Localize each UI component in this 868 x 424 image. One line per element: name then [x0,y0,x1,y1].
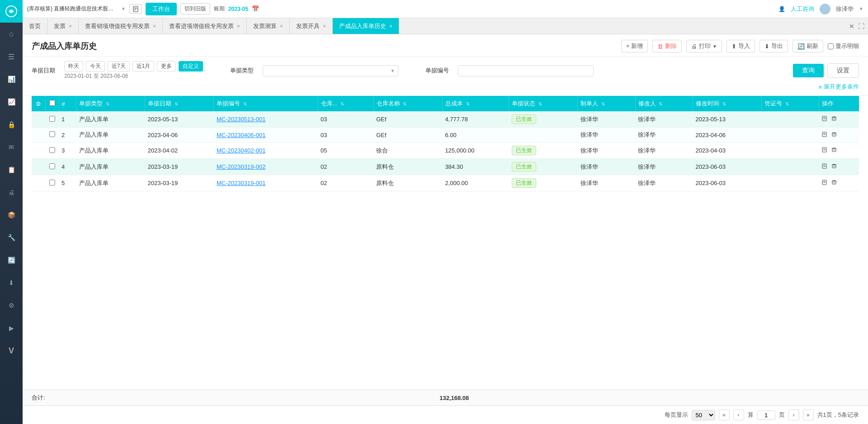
user-service-label[interactable]: 人工咨询 [791,5,814,13]
sidebar-item-analysis[interactable]: 📈 [0,91,23,113]
row-checkbox-4[interactable] [49,180,55,186]
next-page-btn[interactable]: › [788,410,799,420]
workstation-btn[interactable]: 工作台 [146,3,177,15]
date-btn-custom[interactable]: 自定义 [179,61,203,71]
doc-no-link-4[interactable]: MC-20230319-001 [217,180,265,186]
edit-icon-4[interactable] [822,179,828,187]
prev-page-btn[interactable]: ‹ [733,410,744,420]
th-creator[interactable]: 制单人 ⇅ [578,96,635,111]
edit-icon-2[interactable] [822,147,828,154]
sidebar-item-settings[interactable]: ⚙ [0,294,23,317]
delete-icon-0[interactable] [831,115,837,123]
date-btn-7days[interactable]: 近7天 [108,61,130,71]
user-name[interactable]: 徐泽华 [836,5,854,13]
refresh-btn[interactable]: 🔄 刷新 [793,40,823,52]
doc-no-link-1[interactable]: MC-20230406-001 [217,132,265,138]
expand-more-btn[interactable]: ≡ 展开更多条件 [818,83,859,91]
show-detail-checkbox[interactable] [828,43,834,49]
doc-no-input[interactable] [458,65,594,76]
tab-purchase-invoice-close[interactable]: × [237,23,240,29]
th-doc-date[interactable]: 单据日期 ⇅ [145,96,214,111]
sidebar-item-download[interactable]: ⬇ [0,272,23,294]
cell-checkbox-2[interactable] [45,143,59,159]
edit-icon-3[interactable] [822,163,828,171]
cell-doc-no-2[interactable]: MC-20230402-001 [214,143,318,159]
th-warehouse-name[interactable]: 仓库名称 ⇅ [373,96,442,111]
sidebar-item-tool[interactable]: 🔧 [0,226,23,249]
doc-no-link-0[interactable]: MC-20230513-001 [217,116,265,123]
doc-btn[interactable] [129,4,142,14]
cell-checkbox-1[interactable] [45,128,59,143]
th-voucher-no[interactable]: 凭证号 ⇅ [762,96,819,111]
new-btn[interactable]: + 新增 [621,40,648,52]
sidebar-item-menu[interactable]: ☰ [0,45,23,68]
row-checkbox-1[interactable] [49,131,55,137]
th-doc-type[interactable]: 单据类型 ⇅ [76,96,145,111]
switch-btn[interactable]: 切到旧版 [180,3,210,14]
delete-icon-3[interactable] [831,163,837,171]
sidebar-item-play[interactable]: ▶ [0,317,23,339]
tab-issue-close[interactable]: × [323,23,326,29]
tab-purchase-invoice[interactable]: 查看进项增值税专用发票 × [163,18,247,34]
cell-doc-no-1[interactable]: MC-20230406-001 [214,128,318,143]
export-btn[interactable]: ⬇ 导出 [760,40,788,52]
tab-close-all-icon[interactable]: ✕ [849,23,854,30]
tab-calc-close[interactable]: × [280,23,283,29]
cell-doc-no-4[interactable]: MC-20230319-001 [214,175,318,191]
edit-icon-1[interactable] [822,131,828,139]
app-logo[interactable] [0,0,23,23]
sidebar-item-warehouse[interactable]: 📦 [0,204,23,226]
cell-doc-no-3[interactable]: MC-20230319-002 [214,159,318,175]
tab-sales-invoice-close[interactable]: × [153,23,156,29]
date-btn-yesterday[interactable]: 昨天 [64,61,83,71]
delete-btn[interactable]: 🗑 删除 [652,40,682,52]
first-page-btn[interactable]: « [719,410,730,420]
row-checkbox-0[interactable] [49,116,55,122]
cell-checkbox-4[interactable] [45,175,59,191]
sidebar-item-print[interactable]: 🖨 [0,181,23,204]
th-modifier[interactable]: 修改人 ⇅ [635,96,693,111]
import-btn[interactable]: ⬆ 导入 [726,40,755,52]
tab-calc[interactable]: 发票测算 × [247,18,290,34]
tab-invoice-close[interactable]: × [69,23,72,29]
th-modify-time[interactable]: 修改时间 ⇅ [693,96,761,111]
user-dropdown-icon[interactable]: ▼ [859,6,863,11]
delete-icon-4[interactable] [831,179,837,187]
page-input[interactable] [757,410,775,420]
doc-no-link-3[interactable]: MC-20230319-002 [217,163,265,170]
doc-no-link-2[interactable]: MC-20230402-001 [217,147,265,154]
date-btn-1month[interactable]: 近1月 [132,61,155,71]
th-total-cost[interactable]: 总成本 ⇅ [442,96,509,111]
sidebar-item-home[interactable]: ⌂ [0,23,23,45]
th-doc-no[interactable]: 单据编号 ⇅ [214,96,318,111]
sidebar-item-chart[interactable]: 📊 [0,68,23,91]
last-page-btn[interactable]: » [803,410,814,420]
tab-home[interactable]: 首页 [23,18,47,34]
tab-product-history[interactable]: 产成品入库单历史 × [333,18,399,34]
sidebar-item-mail[interactable]: ✉ [0,136,23,158]
search-btn[interactable]: 查询 [793,64,824,77]
cell-doc-no-0[interactable]: MC-20230513-001 [214,111,318,128]
sidebar-item-sync[interactable]: 🔄 [0,249,23,272]
tab-product-history-close[interactable]: × [389,23,392,29]
th-warehouse-code[interactable]: 仓库... ⇅ [318,96,373,111]
sidebar-item-list[interactable]: 📋 [0,158,23,181]
date-btn-today[interactable]: 今天 [86,61,105,71]
row-checkbox-3[interactable] [49,163,55,169]
th-checkbox[interactable] [45,96,59,111]
th-doc-status[interactable]: 单据状态 ⇅ [509,96,578,111]
cell-checkbox-3[interactable] [45,159,59,175]
tab-expand-icon[interactable]: ⛶ [858,23,864,30]
tab-sales-invoice[interactable]: 查看销项增值税专用发票 × [79,18,163,34]
print-btn[interactable]: 🖨 打印 ▼ [686,40,722,52]
delete-icon-2[interactable] [831,147,837,154]
sidebar-item-lock[interactable]: 🔒 [0,113,23,136]
page-size-select[interactable]: 50 100 200 [692,410,715,420]
select-all-checkbox[interactable] [49,100,55,106]
delete-icon-1[interactable] [831,131,837,139]
edit-icon-0[interactable] [822,115,828,123]
date-btn-more[interactable]: 更多 [157,61,176,71]
cell-checkbox-0[interactable] [45,111,59,128]
reset-btn[interactable]: 设置 [827,63,859,78]
doc-type-select[interactable] [263,65,398,76]
